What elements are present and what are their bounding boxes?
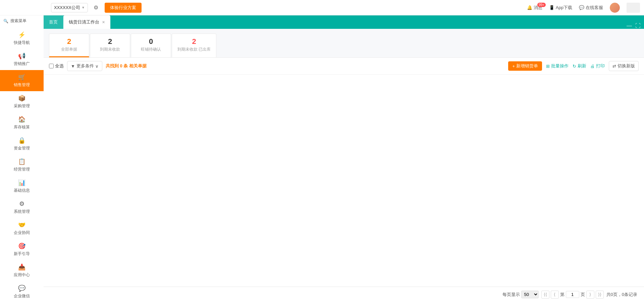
search-icon: 🔍	[3, 19, 8, 23]
sidebar: 🔍 搜索菜单 ⚡ 快捷导航 📢 营销推广 🛒 销售管理 📦 采购管理 🏠 库存核…	[0, 0, 44, 302]
sidebar-item-marketing[interactable]: 📢 营销推广	[0, 49, 44, 70]
inventory-icon: 🏠	[18, 116, 25, 123]
marketing-icon: 📢	[18, 52, 25, 60]
inventory-label: 库存核算	[14, 124, 30, 130]
result-text: 共找到 0 条 相关单据	[106, 63, 147, 69]
add-sale-label: 新增销货单	[516, 63, 538, 69]
system-icon: ⚙	[19, 200, 24, 207]
cooperation-label: 企业协同	[14, 230, 30, 236]
trial-button[interactable]: 体验行业方案	[105, 3, 142, 13]
stat-tab-overdue[interactable]: 2 到期未收款	[90, 34, 130, 57]
filter-button[interactable]: ▼ 更多条件 ∨	[67, 61, 102, 71]
purchase-icon: 📦	[18, 95, 25, 102]
avatar[interactable]	[610, 3, 620, 13]
sidebar-item-inventory[interactable]: 🏠 库存核算	[0, 112, 44, 133]
tab-close-icon[interactable]: ✕	[102, 20, 105, 24]
page-total: 共0页，0条记录	[606, 292, 637, 298]
toolbar-left: 全选 ▼ 更多条件 ∨ 共找到 0 条 相关单据	[49, 61, 505, 71]
sidebar-menu: ⚡ 快捷导航 📢 营销推广 🛒 销售管理 📦 采购管理 🏠 库存核算 🔒 资金管…	[0, 26, 44, 302]
online-service-button[interactable]: 💬 在线客服	[579, 5, 603, 11]
minimize-icon[interactable]: —	[627, 23, 632, 29]
refresh-button[interactable]: ↻ 刷新	[573, 63, 586, 69]
maximize-icon[interactable]: ⛶	[635, 23, 641, 29]
dropdown-arrow-icon: ▼	[82, 6, 85, 9]
sidebar-item-basic-info[interactable]: 📊 基础信息	[0, 176, 44, 197]
tab-home[interactable]: 首页	[44, 15, 63, 29]
sidebar-item-guide[interactable]: 🎯 新手引导	[0, 239, 44, 260]
stat-num-overdue: 2	[96, 37, 124, 46]
tab-home-label: 首页	[49, 19, 58, 25]
sidebar-item-quick-nav[interactable]: ⚡ 快捷导航	[0, 28, 44, 49]
message-badge: 99+	[537, 3, 546, 7]
page-number-input[interactable]	[566, 291, 579, 298]
basic-info-label: 基础信息	[14, 188, 30, 193]
sales-icon: 🛒	[18, 73, 25, 81]
sales-label: 销售管理	[14, 82, 30, 88]
message-button[interactable]: 🔔 消息 99+	[527, 5, 542, 11]
company-selector[interactable]: XXXXXX公司 ▼	[51, 3, 88, 12]
content-area: 2 全部单据 2 到期未收款 0 旺铺待确认 2 到期未收款 已出库 全选	[44, 29, 644, 302]
sidebar-search[interactable]: 🔍 搜索菜单	[0, 15, 44, 26]
batch-label: 批量操作	[551, 63, 569, 69]
first-page-button[interactable]: ⟨⟨	[541, 291, 549, 299]
stat-tab-all[interactable]: 2 全部单据	[49, 34, 89, 57]
tab-work-bench[interactable]: 钱货日清工作台 ✕	[63, 15, 110, 29]
switch-version-button[interactable]: ⇄ 切换新版	[609, 61, 639, 71]
print-icon: 🖨	[590, 64, 595, 69]
print-label: 打印	[596, 63, 605, 69]
filter-icon: ▼	[71, 64, 75, 69]
stat-num-pending: 0	[137, 37, 165, 46]
tab-work-bench-label: 钱货日清工作台	[69, 19, 99, 25]
sidebar-item-purchase[interactable]: 📦 采购管理	[0, 91, 44, 112]
nav-tabs: 首页 钱货日清工作台 ✕ — ⛶	[44, 15, 644, 29]
main-content: 2 全部单据 2 到期未收款 0 旺铺待确认 2 到期未收款 已出库 全选	[44, 29, 644, 302]
select-all-checkbox[interactable]: 全选	[49, 63, 64, 69]
add-sale-button[interactable]: + 新增销货单	[508, 61, 542, 71]
page-size-dropdown[interactable]: 20 50 100	[521, 291, 539, 298]
cooperation-icon: 🤝	[18, 221, 25, 229]
batch-operation-button[interactable]: ⊞ 批量操作	[546, 63, 569, 69]
sidebar-item-finance[interactable]: 🔒 资金管理	[0, 133, 44, 155]
sidebar-item-app-center[interactable]: 📥 应用中心	[0, 260, 44, 281]
stat-label-all: 全部单据	[55, 47, 84, 52]
sidebar-item-cooperation[interactable]: 🤝 企业协同	[0, 218, 44, 239]
wechat-icon: 💬	[18, 285, 25, 292]
prev-page-button[interactable]: ⟨	[551, 291, 559, 299]
switch-icon: ⇄	[612, 64, 616, 69]
page-unit: 页	[581, 292, 585, 298]
sidebar-item-sales[interactable]: 🛒 销售管理	[0, 70, 44, 91]
stat-tab-pending[interactable]: 0 旺铺待确认	[131, 34, 171, 57]
next-page-button[interactable]: ⟩	[586, 291, 594, 299]
mobile-icon: 📱	[549, 5, 554, 10]
stat-tabs: 2 全部单据 2 到期未收款 0 旺铺待确认 2 到期未收款 已出库	[44, 29, 644, 58]
stat-label-overdue: 到期未收款	[96, 47, 124, 52]
sidebar-item-operation[interactable]: 📋 经营管理	[0, 155, 44, 176]
select-all-input[interactable]	[49, 64, 54, 68]
sidebar-item-wechat[interactable]: 💬 企业微信	[0, 281, 44, 302]
print-button[interactable]: 🖨 打印	[590, 63, 605, 69]
app-center-icon: 📥	[18, 263, 25, 271]
stat-num-shipped: 2	[177, 37, 211, 46]
basic-info-icon: 📊	[18, 179, 25, 186]
page-label: 第	[560, 292, 565, 298]
avatar-image	[610, 3, 620, 13]
system-label: 系统管理	[14, 209, 30, 215]
online-service-label: 在线客服	[586, 5, 603, 11]
stat-tab-shipped[interactable]: 2 到期未收款 已出库	[172, 34, 216, 57]
page-nav: ⟨⟨ ⟨ 第 页 ⟩ ⟩⟩	[541, 291, 604, 299]
user-name-area[interactable]	[627, 3, 640, 13]
last-page-button[interactable]: ⟩⟩	[596, 291, 604, 299]
guide-label: 新手引导	[14, 251, 30, 257]
app-center-label: 应用中心	[14, 272, 30, 278]
stat-num-all: 2	[55, 37, 84, 46]
sidebar-item-system[interactable]: ⚙ 系统管理	[0, 197, 44, 218]
filter-arrow-icon: ∨	[95, 64, 99, 69]
company-name: XXXXXX公司	[54, 5, 80, 11]
app-download-button[interactable]: 📱 App下载	[549, 5, 572, 11]
app-download-label: App下载	[556, 5, 572, 11]
guide-icon: 🎯	[18, 242, 25, 250]
table-area	[44, 75, 644, 242]
switch-label: 切换新版	[618, 63, 635, 69]
page-size-select: 每页显示 20 50 100	[502, 291, 539, 298]
settings-icon[interactable]: ⚙	[91, 3, 101, 12]
